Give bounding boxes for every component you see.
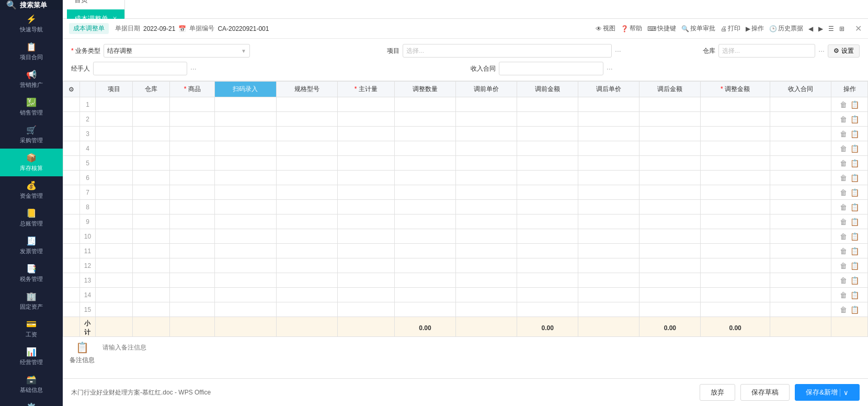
copy-row-btn[interactable]: 📋: [850, 247, 859, 255]
cell-income_contract-row-4[interactable]: [770, 141, 831, 156]
cell-before_amount-row-6[interactable]: [517, 171, 578, 185]
cell-adj_qty-row-1[interactable]: [395, 97, 456, 112]
cell-adj_qty-row-4[interactable]: [395, 141, 456, 156]
cell-warehouse-row-6[interactable]: [133, 171, 170, 185]
cell-unit-row-10[interactable]: [337, 229, 394, 244]
cell-goods-row-10[interactable]: [170, 229, 215, 244]
cell-after_price-row-6[interactable]: [578, 171, 639, 185]
cell-settings-row-15[interactable]: [63, 302, 80, 317]
cell-warehouse-row-2[interactable]: [133, 112, 170, 127]
cell-project-row-2[interactable]: [96, 112, 133, 127]
cell-before_amount-row-1[interactable]: [517, 97, 578, 112]
cell-project-row-13[interactable]: [96, 273, 133, 288]
cell-spec-row-4[interactable]: [276, 141, 337, 156]
delete-row-btn[interactable]: 🗑: [840, 100, 847, 109]
sidebar-item-system-mgmt[interactable]: ⚙️系统管理: [0, 398, 63, 406]
cell-after_price-row-15[interactable]: [578, 302, 639, 317]
cell-income_contract-row-1[interactable]: [770, 97, 831, 112]
toolbar-action-review[interactable]: 🔍按单审批: [681, 24, 715, 33]
delete-row-btn[interactable]: 🗑: [840, 306, 847, 314]
cell-before_price-row-11[interactable]: [456, 244, 517, 258]
cell-before_price-row-6[interactable]: [456, 171, 517, 185]
copy-row-btn[interactable]: 📋: [850, 115, 859, 123]
delete-row-btn[interactable]: 🗑: [840, 247, 847, 255]
project-dots-btn[interactable]: ···: [615, 47, 621, 55]
cell-before_price-row-9[interactable]: [456, 215, 517, 229]
copy-row-btn[interactable]: 📋: [850, 203, 859, 211]
copy-row-btn[interactable]: 📋: [850, 232, 859, 241]
cell-warehouse-row-10[interactable]: [133, 229, 170, 244]
cell-project-row-11[interactable]: [96, 244, 133, 258]
business-type-select[interactable]: 结存调整 ▼: [104, 44, 250, 58]
cell-goods-row-8[interactable]: [170, 200, 215, 215]
cell-project-row-10[interactable]: [96, 229, 133, 244]
cell-settings-row-6[interactable]: [63, 171, 80, 185]
cell-adj_amount-row-5[interactable]: [701, 156, 770, 171]
cell-settings-row-1[interactable]: [63, 97, 80, 112]
cell-warehouse-row-3[interactable]: [133, 127, 170, 141]
cell-adj_amount-row-13[interactable]: [701, 273, 770, 288]
handler-input[interactable]: [93, 62, 187, 75]
cell-adj_qty-row-9[interactable]: [395, 215, 456, 229]
cell-warehouse-row-9[interactable]: [133, 215, 170, 229]
cell-before_price-row-8[interactable]: [456, 200, 517, 215]
cell-after_amount-row-4[interactable]: [639, 141, 701, 156]
warehouse-dots-btn[interactable]: ···: [818, 47, 825, 55]
cell-project-row-4[interactable]: [96, 141, 133, 156]
cell-settings-row-2[interactable]: [63, 112, 80, 127]
sidebar-item-sales-mgmt[interactable]: 💹销售管理: [0, 93, 63, 121]
toolbar-action-nav-next[interactable]: ▶: [818, 25, 823, 32]
toolbar-action-operations[interactable]: ▶操作: [746, 24, 764, 33]
cell-goods-row-4[interactable]: [170, 141, 215, 156]
cell-goods-row-13[interactable]: [170, 273, 215, 288]
cell-after_price-row-4[interactable]: [578, 141, 639, 156]
cell-scan-row-4[interactable]: [215, 141, 276, 156]
cell-goods-row-1[interactable]: [170, 97, 215, 112]
cell-adj_amount-row-14[interactable]: [701, 288, 770, 302]
cell-income_contract-row-5[interactable]: [770, 156, 831, 171]
toolbar-action-history[interactable]: 🕒历史票据: [769, 24, 803, 33]
cell-before_amount-row-5[interactable]: [517, 156, 578, 171]
sidebar-item-quick-nav[interactable]: ⚡快速导航: [0, 10, 63, 38]
cell-income_contract-row-6[interactable]: [770, 171, 831, 185]
cell-after_amount-row-15[interactable]: [639, 302, 701, 317]
cell-adj_amount-row-3[interactable]: [701, 127, 770, 141]
cell-settings-row-14[interactable]: [63, 288, 80, 302]
cell-unit-row-12[interactable]: [337, 258, 394, 273]
cell-unit-row-5[interactable]: [337, 156, 394, 171]
cell-income_contract-row-14[interactable]: [770, 288, 831, 302]
cell-adj_amount-row-11[interactable]: [701, 244, 770, 258]
cell-after_amount-row-1[interactable]: [639, 97, 701, 112]
save-draft-button[interactable]: 保存草稿: [740, 384, 790, 401]
cell-before_price-row-2[interactable]: [456, 112, 517, 127]
copy-row-btn[interactable]: 📋: [850, 144, 859, 153]
cell-after_amount-row-5[interactable]: [639, 156, 701, 171]
cell-before_amount-row-9[interactable]: [517, 215, 578, 229]
cell-adj_qty-row-3[interactable]: [395, 127, 456, 141]
cell-after_price-row-7[interactable]: [578, 185, 639, 200]
handler-dots-btn[interactable]: ···: [190, 64, 197, 73]
cell-spec-row-7[interactable]: [276, 185, 337, 200]
cell-adj_amount-row-15[interactable]: [701, 302, 770, 317]
toolbar-action-nav-prev[interactable]: ◀: [808, 25, 813, 32]
cell-before_price-row-4[interactable]: [456, 141, 517, 156]
cell-warehouse-row-15[interactable]: [133, 302, 170, 317]
cell-spec-row-8[interactable]: [276, 200, 337, 215]
cell-unit-row-14[interactable]: [337, 288, 394, 302]
cell-goods-row-14[interactable]: [170, 288, 215, 302]
cell-goods-row-3[interactable]: [170, 127, 215, 141]
cell-project-row-9[interactable]: [96, 215, 133, 229]
cell-after_price-row-9[interactable]: [578, 215, 639, 229]
cell-income_contract-row-8[interactable]: [770, 200, 831, 215]
cell-before_price-row-10[interactable]: [456, 229, 517, 244]
cell-adj_qty-row-11[interactable]: [395, 244, 456, 258]
cell-before_amount-row-2[interactable]: [517, 112, 578, 127]
delete-row-btn[interactable]: 🗑: [840, 203, 847, 211]
cell-scan-row-12[interactable]: [215, 258, 276, 273]
delete-row-btn[interactable]: 🗑: [840, 291, 847, 299]
cell-spec-row-3[interactable]: [276, 127, 337, 141]
cell-income_contract-row-13[interactable]: [770, 273, 831, 288]
cell-unit-row-7[interactable]: [337, 185, 394, 200]
settings-button[interactable]: ⚙ 设置: [828, 44, 860, 58]
cell-settings-row-12[interactable]: [63, 258, 80, 273]
